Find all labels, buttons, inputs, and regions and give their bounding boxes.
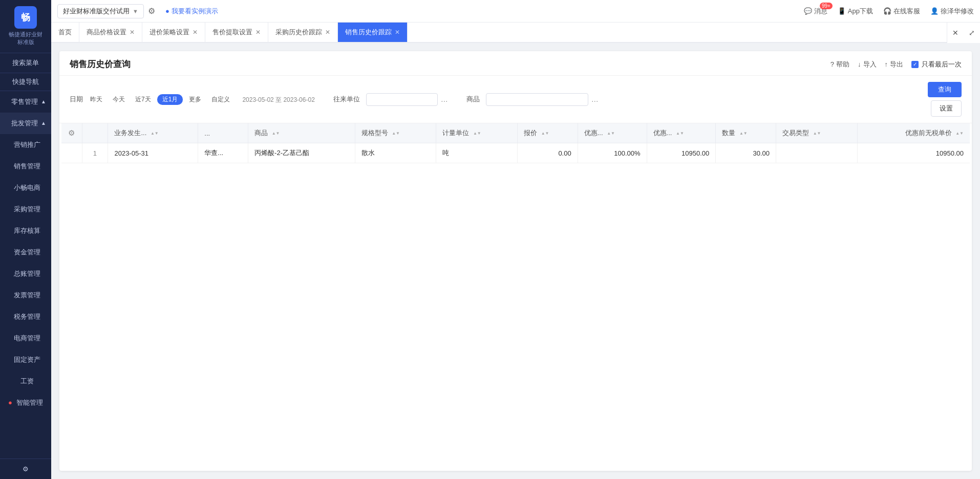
data-table: ⚙ 业务发生... ▲▼ ... 商品	[61, 123, 970, 163]
cell-product: 丙烯酸-2-乙基己酯	[248, 143, 355, 163]
col-more[interactable]: ...	[198, 123, 248, 143]
sidebar-item-marketing[interactable]: 营销推广	[0, 134, 51, 156]
cell-date: 2023-05-31	[108, 143, 198, 163]
col-price[interactable]: 报价 ▲▼	[518, 123, 578, 143]
cell-discount1: 100.00%	[578, 143, 647, 163]
help-icon: ?	[830, 60, 834, 68]
service-icon: 🎧	[883, 7, 891, 15]
tab-close-discount[interactable]: ✕	[255, 29, 261, 36]
col-product[interactable]: 商品 ▲▼	[248, 123, 355, 143]
page-panel: 销售历史价查询 ? 帮助 ↓ 导入 ↑ 导出 ✓	[59, 51, 972, 471]
date-range-text: 2023-05-02 至 2023-06-02	[242, 96, 314, 104]
version-selector[interactable]: 好业财标准版交付试用 ▼	[57, 4, 144, 18]
date-label: 日期	[70, 95, 83, 104]
product-input[interactable]	[486, 93, 588, 106]
import-icon: ↓	[858, 60, 861, 68]
tab-strategy[interactable]: 进价策略设置 ✕	[142, 23, 205, 42]
sidebar-item-smart[interactable]: ● 智能管理	[0, 392, 51, 413]
version-label: 好业财标准版交付试用	[63, 7, 130, 16]
page-header-actions: ? 帮助 ↓ 导入 ↑ 导出 ✓ 只看最后一次	[830, 60, 962, 69]
cell-discount2: 10950.00	[647, 143, 716, 163]
sort-discount1-icon: ▲▼	[607, 131, 615, 136]
tab-purchase-history[interactable]: 采购历史价跟踪 ✕	[268, 23, 338, 42]
tab-discount[interactable]: 售价提取设置 ✕	[205, 23, 268, 42]
export-button[interactable]: ↑ 导出	[885, 60, 904, 69]
sidebar-item-purchase[interactable]: 采购管理	[0, 199, 51, 220]
date-btn-custom[interactable]: 自定义	[207, 94, 234, 105]
sidebar-item-assets[interactable]: 固定资产	[0, 349, 51, 371]
product-dots[interactable]: …	[591, 95, 599, 103]
sort-unit-icon: ▲▼	[473, 131, 481, 136]
app-download-button[interactable]: 📱 App下载	[838, 7, 873, 16]
sidebar-quick-nav[interactable]: 快捷导航	[0, 73, 51, 91]
col-trade-type[interactable]: 交易类型 ▲▼	[776, 123, 858, 143]
col-pretax-price[interactable]: 优惠前无税单价 ▲▼	[857, 123, 970, 143]
date-btn-today[interactable]: 今天	[109, 94, 129, 105]
tab-bar: 首页 商品价格设置 ✕ 进价策略设置 ✕ 售价提取设置 ✕ 采购历史价跟踪 ✕ …	[51, 23, 980, 43]
user-icon: 👤	[930, 7, 939, 15]
wholesale-arrow: ▲	[41, 120, 46, 126]
sidebar-item-ecommerce[interactable]: 电商管理	[0, 328, 51, 349]
sidebar-item-tax[interactable]: 税务管理	[0, 306, 51, 328]
demo-button[interactable]: ● 我要看实例演示	[165, 7, 218, 16]
col-spec[interactable]: 规格型号 ▲▼	[355, 123, 436, 143]
tab-home[interactable]: 首页	[51, 23, 79, 42]
table-settings-icon[interactable]: ⚙	[68, 128, 75, 137]
sidebar-item-payroll[interactable]: 工资	[0, 371, 51, 392]
col-discount1[interactable]: 优惠... ▲▼	[578, 123, 647, 143]
date-btn-last1m[interactable]: 近1月	[157, 94, 183, 105]
cell-pretax-price: 10950.00	[857, 143, 970, 163]
source-input[interactable]	[366, 93, 438, 106]
sidebar-item-sales[interactable]: 销售管理	[0, 156, 51, 177]
tab-sales-history[interactable]: 销售历史价跟踪 ✕	[338, 23, 408, 42]
import-button[interactable]: ↓ 导入	[858, 60, 877, 69]
tab-close-strategy[interactable]: ✕	[193, 29, 198, 36]
page-title: 销售历史价查询	[70, 58, 131, 70]
sidebar-settings-button[interactable]: ⚙	[0, 459, 51, 479]
tab-close-price[interactable]: ✕	[130, 29, 135, 36]
product-filter-group: 商品 …	[466, 93, 599, 106]
user-menu-button[interactable]: 👤 徐泽华修改	[930, 7, 974, 16]
tab-close-purchase-history[interactable]: ✕	[325, 29, 330, 36]
main-area: 好业财标准版交付试用 ▼ ⚙ ● 我要看实例演示 💬 消息 99+ 📱 App下…	[51, 0, 980, 479]
maximize-panel-button[interactable]: ⤢	[964, 23, 980, 43]
date-btn-last7[interactable]: 近7天	[131, 94, 155, 105]
help-button[interactable]: ? 帮助	[830, 60, 849, 69]
sidebar-item-accounting[interactable]: 总账管理	[0, 263, 51, 285]
sidebar-item-ecommerce-small[interactable]: 小畅电商	[0, 177, 51, 199]
tab-price[interactable]: 商品价格设置 ✕	[79, 23, 142, 42]
sort-spec-icon: ▲▼	[392, 131, 400, 136]
col-num	[82, 123, 108, 143]
query-button[interactable]: 查询	[928, 82, 962, 97]
source-dots[interactable]: …	[441, 95, 448, 103]
sidebar-item-retail[interactable]: 零售管理 ▲	[0, 91, 51, 113]
page-header: 销售历史价查询 ? 帮助 ↓ 导入 ↑ 导出 ✓	[59, 51, 972, 76]
message-button[interactable]: 💬 消息 99+	[804, 7, 827, 16]
source-label: 往来单位	[333, 95, 360, 104]
sidebar-item-invoice[interactable]: 发票管理	[0, 285, 51, 306]
tab-close-sales-history[interactable]: ✕	[395, 29, 400, 36]
sidebar-search[interactable]: 搜索菜单	[0, 53, 51, 73]
settings-button[interactable]: 设置	[931, 100, 962, 117]
col-unit[interactable]: 计量单位 ▲▼	[436, 123, 518, 143]
sort-discount2-icon: ▲▼	[676, 131, 684, 136]
col-date[interactable]: 业务发生... ▲▼	[108, 123, 198, 143]
customer-service-button[interactable]: 🎧 在线客服	[883, 7, 920, 16]
sidebar-item-inventory[interactable]: 库存核算	[0, 220, 51, 242]
app-icon: 📱	[838, 7, 846, 15]
col-discount2[interactable]: 优惠... ▲▼	[647, 123, 716, 143]
topbar-settings-icon[interactable]: ⚙	[148, 6, 155, 16]
date-btn-yesterday[interactable]: 昨天	[86, 94, 106, 105]
close-panel-button[interactable]: ✕	[947, 23, 964, 43]
checkbox-checked-icon: ✓	[911, 61, 919, 68]
content-area: 销售历史价查询 ? 帮助 ↓ 导入 ↑ 导出 ✓	[51, 43, 980, 479]
sidebar-item-wholesale[interactable]: 批发管理 ▲	[0, 113, 51, 134]
cell-trade-type	[776, 143, 858, 163]
only-last-checkbox[interactable]: ✓ 只看最后一次	[911, 60, 962, 69]
table-container: ⚙ 业务发生... ▲▼ ... 商品	[59, 123, 972, 163]
date-btn-more[interactable]: 更多	[185, 94, 205, 105]
sidebar-bottom: ⚙	[0, 459, 51, 479]
col-quantity[interactable]: 数量 ▲▼	[716, 123, 776, 143]
date-filter-group: 日期 昨天 今天 近7天 近1月 更多 自定义	[70, 94, 234, 105]
sidebar-item-finance[interactable]: 资金管理	[0, 242, 51, 263]
